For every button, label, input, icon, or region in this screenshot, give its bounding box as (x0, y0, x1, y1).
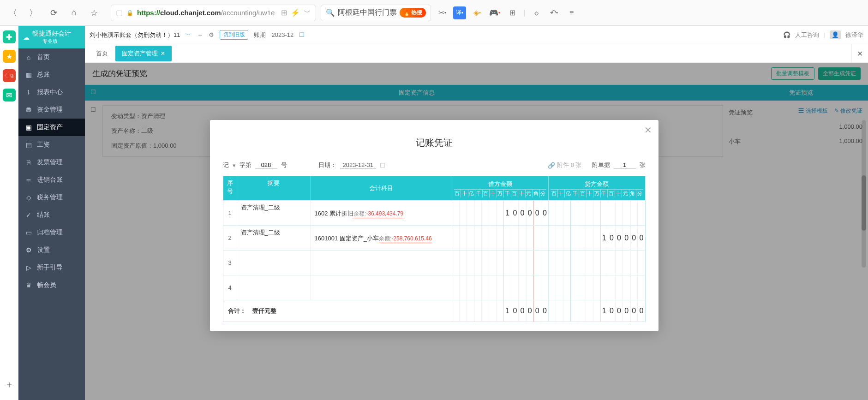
apps-icon[interactable]: ⊞ (506, 6, 519, 19)
address-bar[interactable]: ▢ 🔒 https://cloud.chanjet.com/accounting… (111, 5, 316, 21)
menu-icon[interactable]: ≡ (565, 6, 578, 19)
lock-icon: 🔒 (126, 10, 133, 16)
hot-tag[interactable]: 🔥热搜 (400, 8, 426, 18)
scissors-icon[interactable]: ✂▾ (436, 6, 449, 19)
gamepad-icon[interactable]: 🎮▾ (488, 6, 501, 19)
search-placeholder: 阿根廷中国行门票 (338, 8, 397, 18)
wallet-icon[interactable]: ◈▾ (471, 6, 484, 19)
translate-icon[interactable]: 译▾ (453, 6, 466, 19)
shield-icon: ▢ (116, 8, 123, 17)
search-box[interactable]: 🔍 阿根廷中国行门票 🔥热搜 (321, 5, 431, 21)
reload-icon[interactable]: ⟳ (44, 4, 63, 22)
browser-toolbar: 〈 〉 ⟳ ⌂ ☆ ▢ 🔒 https://cloud.chanjet.com/… (0, 0, 868, 26)
search-icon: 🔍 (326, 8, 335, 17)
qr-icon[interactable]: ⊞ (281, 8, 287, 17)
bolt-icon[interactable]: ⚡ (291, 8, 300, 17)
forward-icon[interactable]: 〉 (24, 4, 42, 22)
url-text: https://cloud.chanjet.com/accounting/uw1… (137, 9, 275, 17)
history-icon[interactable]: ↶▾ (548, 6, 561, 19)
brightness-icon[interactable]: ☼ (530, 6, 543, 19)
home-icon[interactable]: ⌂ (65, 4, 83, 22)
favorite-icon[interactable]: ☆ (85, 4, 103, 22)
back-icon[interactable]: 〈 (4, 4, 22, 22)
chevron-down-icon[interactable]: ﹀ (304, 8, 311, 18)
